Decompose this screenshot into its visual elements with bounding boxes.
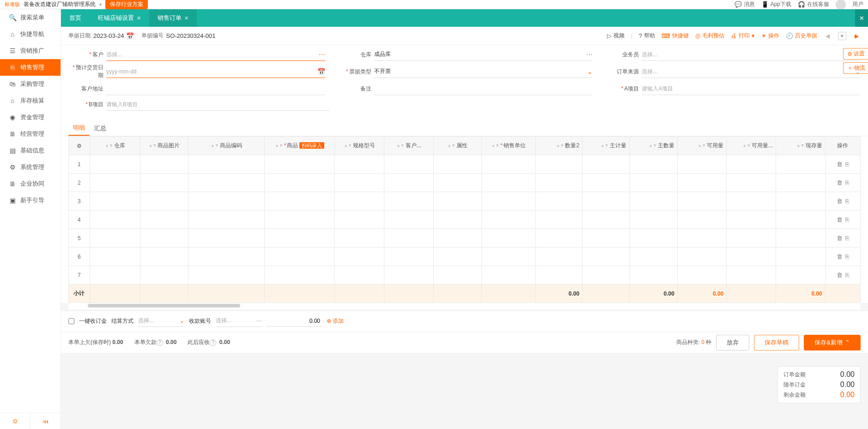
sidebar-item-purchase[interactable]: 🛍采购管理 — [0, 76, 61, 92]
ops-dropdown[interactable]: ✶操作 — [761, 32, 779, 40]
sidebar-item-enterprise[interactable]: 🗎企业协同 — [0, 175, 61, 192]
tabs-close-all[interactable]: ✕ — [855, 9, 868, 27]
delete-row-icon[interactable]: 🗑 — [837, 161, 843, 168]
scan-button[interactable]: 扫码录入 — [299, 142, 324, 149]
sort-icon[interactable]: ▲▼ — [491, 145, 499, 147]
help-link[interactable]: ?帮助 — [639, 32, 655, 40]
sort-icon[interactable]: ▲▼ — [396, 145, 405, 147]
sidebar-settings-button[interactable]: ⚙ — [0, 413, 30, 429]
table-row[interactable]: 2🗑⎘ — [69, 174, 861, 192]
sidebar-item-search[interactable]: 🔍搜索菜单 — [0, 9, 61, 26]
horizontal-scrollbar[interactable] — [68, 303, 861, 309]
sidebar-item-guide[interactable]: ▣新手引导 — [0, 192, 61, 209]
delete-row-icon[interactable]: 🗑 — [837, 216, 843, 223]
projb-input[interactable] — [106, 101, 330, 108]
sidebar-item-system[interactable]: ⚙系统管理 — [0, 159, 61, 175]
scroll-thumb[interactable] — [88, 304, 240, 308]
sidebar-item-sales[interactable]: ⎘销售管理 — [0, 59, 61, 76]
sidebar-item-inventory[interactable]: ⌂库存核算 — [0, 92, 61, 109]
help-icon[interactable]: ? — [210, 339, 216, 346]
delete-row-icon[interactable]: 🗑 — [837, 179, 843, 186]
settle-amount-input[interactable] — [267, 316, 322, 326]
salesman-field[interactable]: ⋯ — [642, 48, 861, 61]
sort-icon[interactable]: ▲▼ — [556, 145, 565, 147]
delete-row-icon[interactable]: 🗑 — [837, 235, 843, 242]
table-row[interactable]: 5🗑⎘ — [69, 229, 861, 248]
calendar-icon[interactable]: 📅 — [317, 68, 325, 75]
addr-input[interactable] — [106, 85, 325, 92]
close-icon[interactable]: ✕ — [137, 15, 141, 21]
support-link[interactable]: 🎧在线客服 — [798, 0, 829, 8]
history-link[interactable]: 🕘历史单据 — [786, 32, 817, 40]
settle-method-select[interactable]: 选择...⌄ — [138, 315, 184, 327]
copy-row-icon[interactable]: ⎘ — [845, 253, 849, 260]
video-link[interactable]: ▷视频 — [607, 32, 625, 40]
customer-field[interactable]: ⋯ — [106, 48, 325, 61]
sort-icon[interactable]: ▲▼ — [149, 145, 157, 147]
copy-row-icon[interactable]: ⎘ — [845, 179, 849, 186]
salesman-input[interactable] — [642, 51, 861, 58]
sidebar-item-business[interactable]: 🗎经营管理 — [0, 126, 61, 142]
more-icon[interactable]: ⋯ — [319, 51, 325, 58]
messages-link[interactable]: 💬消息 — [734, 0, 755, 8]
copy-row-icon[interactable]: ⎘ — [845, 272, 849, 278]
discard-button[interactable]: 放弃 — [716, 335, 749, 350]
table-row[interactable]: 6🗑⎘ — [69, 248, 861, 266]
next-doc[interactable]: ▶ — [853, 33, 861, 39]
warehouse-field[interactable]: 成品库⋯ — [374, 48, 593, 61]
save-draft-button[interactable]: 保存草稿 — [754, 335, 799, 350]
delivery-input[interactable] — [106, 68, 325, 75]
col-image[interactable]: ▲▼商品图片 — [140, 137, 188, 155]
source-field[interactable]: ⌄ — [642, 65, 861, 78]
table-row[interactable]: 3🗑⎘ — [69, 192, 861, 211]
sidebar-item-marketing[interactable]: ☰营销推广 — [0, 42, 61, 59]
col-main-qty[interactable]: ▲▼主数量 — [629, 137, 677, 155]
proja-field[interactable] — [642, 82, 861, 95]
save-scheme-button[interactable]: 保存行业方案 — [105, 0, 148, 9]
copy-row-icon[interactable]: ⎘ — [845, 198, 849, 205]
doc-date-value[interactable]: 2023-03-24 — [93, 32, 124, 39]
sort-icon[interactable]: ▲▼ — [344, 145, 352, 147]
tab-summary[interactable]: 汇总 — [90, 121, 111, 135]
table-row[interactable]: 7🗑⎘ — [69, 266, 861, 284]
col-warehouse[interactable]: ▲▼仓库 — [90, 137, 140, 155]
account-select[interactable]: 选择...⋯ — [216, 315, 262, 327]
sort-icon[interactable]: ▲▼ — [447, 145, 455, 147]
col-qty2[interactable]: ▲▼数量2 — [535, 137, 583, 155]
chevron-down-icon[interactable]: ⌄ — [587, 68, 593, 75]
col-stock[interactable]: ▲▼现存量 — [776, 137, 826, 155]
tab-shop-settings[interactable]: 旺铺店铺设置✕ — [90, 9, 149, 27]
sort-icon[interactable]: ▲▼ — [796, 145, 805, 147]
add-settle-link[interactable]: ⊕添加 — [327, 317, 344, 325]
sidebar-item-quicknav[interactable]: ⌂快捷导航 — [0, 26, 61, 42]
sidebar-item-basic[interactable]: ▤基础信息 — [0, 142, 61, 159]
table-row[interactable]: 1🗑⎘ — [69, 155, 861, 174]
delivery-field[interactable]: 📅 — [106, 65, 325, 78]
col-unit[interactable]: ▲▼*销售单位 — [481, 137, 535, 155]
app-download-link[interactable]: 📱App下载 — [761, 0, 791, 8]
tab-home[interactable]: 首页 — [61, 9, 90, 27]
col-attr[interactable]: ▲▼属性 — [433, 137, 481, 155]
avatar[interactable] — [836, 0, 846, 10]
sort-icon[interactable]: ▲▼ — [601, 145, 609, 147]
customer-input[interactable] — [106, 51, 325, 58]
save-new-button[interactable]: 保存&新增⌃ — [804, 335, 861, 350]
copy-row-icon[interactable]: ⎘ — [845, 235, 849, 242]
view-toggle[interactable]: ≡ — [838, 32, 846, 40]
projb-field[interactable] — [106, 98, 330, 111]
table-row[interactable]: 4🗑⎘ — [69, 211, 861, 229]
col-customer[interactable]: ▲▼客户... — [384, 137, 434, 155]
more-icon[interactable]: ⋯ — [586, 51, 593, 58]
sort-icon[interactable]: ▲▼ — [649, 145, 657, 147]
profit-link[interactable]: ◎毛利预估 — [695, 32, 724, 40]
chevron-down-icon[interactable]: ⌄ — [855, 68, 861, 75]
sort-icon[interactable]: ▲▼ — [105, 145, 113, 147]
shortcuts-link[interactable]: ⌨快捷键 — [662, 32, 689, 40]
col-gear[interactable]: ⚙ — [69, 137, 90, 155]
proja-input[interactable] — [642, 85, 861, 92]
invoice-field[interactable]: 不开票⌄ — [374, 65, 593, 78]
col-product[interactable]: ▲▼*商品扫码录入 — [265, 137, 335, 155]
remark-input[interactable] — [374, 85, 593, 92]
col-code[interactable]: ▲▼商品编码 — [188, 137, 265, 155]
delete-row-icon[interactable]: 🗑 — [837, 253, 843, 260]
